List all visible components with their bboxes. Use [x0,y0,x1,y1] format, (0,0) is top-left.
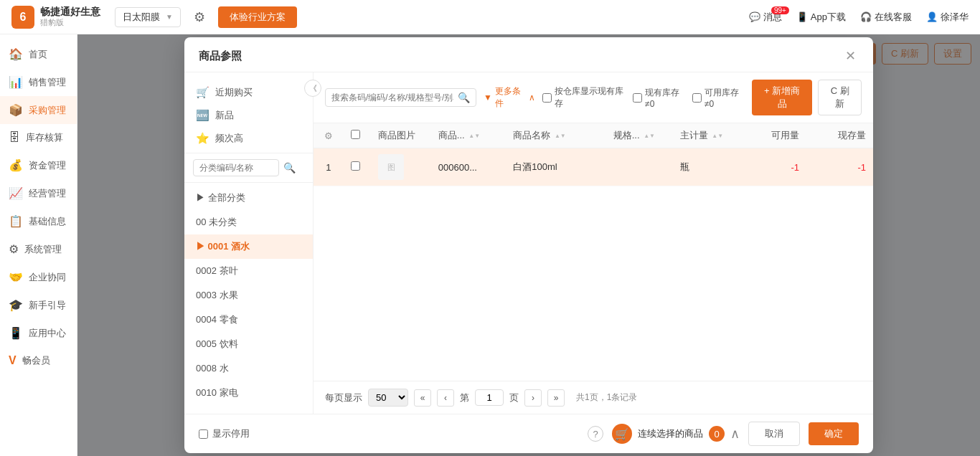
collapse-btn[interactable]: 《 [304,80,321,97]
nav-service[interactable]: 🎧 在线客服 [860,11,912,24]
shortcut-list: 🛒 近期购买 🆕 新品 ⭐ 频次高 [184,78,313,153]
pagination-bar: 每页显示 20 50 100 « ‹ 第 页 › [314,381,873,414]
sidebar-item-home[interactable]: 🏠 首页 [0,40,77,68]
page-first-btn[interactable]: « [414,389,431,407]
table-row[interactable]: 1 图 000600... 白酒100ml 瓶 [314,148,873,186]
product-search-wrap: 🔍 [325,88,476,107]
add-product-btn[interactable]: + 新增商品 [752,80,812,115]
home-icon: 🏠 [9,47,23,61]
th-spec[interactable]: 规格... ▲▼ [606,123,673,148]
th-stock: 现存量 [806,123,873,148]
page-label: 第 [460,391,469,404]
page-input[interactable] [475,389,504,406]
sidebar-item-label: 采购管理 [29,104,66,117]
category-0002[interactable]: 0002 茶叶 [184,259,313,283]
page-last-btn[interactable]: » [547,389,565,407]
category-all[interactable]: ▶ 全部分类 [184,186,313,210]
confirm-btn[interactable]: 确定 [809,422,859,445]
sidebar-item-apps[interactable]: 📱 应用中心 [0,319,77,347]
th-check [344,123,371,148]
product-modal: 商品参照 ✕ 🛒 近期购买 🆕 [184,37,873,453]
filter-collapse-icon: ∧ [529,92,535,103]
sidebar-item-finance[interactable]: 💰 资金管理 [0,151,77,179]
sidebar-item-label: 首页 [29,48,47,61]
category-0008[interactable]: 0008 水 [184,356,313,381]
user-label: 徐泽华 [941,11,969,24]
sidebar-item-sales[interactable]: 📊 销售管理 [0,68,77,96]
sidebar-item-guide[interactable]: 🎓 新手引导 [0,291,77,319]
checkbox-avail-input[interactable] [692,93,702,103]
th-settings[interactable]: ⚙ [314,123,344,148]
checkbox-current-input[interactable] [633,93,642,103]
category-0004[interactable]: 0004 零食 [184,308,313,332]
checkbox-warehouse[interactable]: 按仓库显示现有库存 [542,85,626,110]
new-label: 新品 [215,109,234,122]
category-0003[interactable]: 0003 水果 [184,283,313,308]
sidebar-item-label: 销售管理 [29,76,66,89]
page-prev-btn[interactable]: ‹ [437,389,454,407]
sidebar-item-member[interactable]: V 畅会员 [0,347,77,374]
per-page-select[interactable]: 20 50 100 [368,389,408,407]
page-next-btn[interactable]: › [524,389,542,407]
shortcut-recent-buy[interactable]: 🛒 近期购买 [184,81,313,104]
product-search-input[interactable] [331,92,453,103]
category-search-icon[interactable]: 🔍 [283,162,296,174]
row-checkbox[interactable] [351,161,360,171]
msg-icon: 💬 [749,11,760,22]
gear-icon[interactable]: ⚙ [189,7,209,27]
layout: 🏠 首页 📊 销售管理 📦 采购管理 🗄 库存核算 💰 资金管理 📈 经营管理 … [0,34,980,456]
th-unit[interactable]: 主计量 ▲▼ [673,123,740,148]
shortcut-new[interactable]: 🆕 新品 [184,104,313,127]
cart-collapse-btn[interactable]: ∧ [730,426,740,442]
checkbox-warehouse-input[interactable] [542,93,552,103]
checkbox-current[interactable]: 现有库存≠0 [633,87,685,109]
td-unit: 瓶 [673,148,740,186]
shortcut-frequent[interactable]: ⭐ 频次高 [184,127,313,150]
sidebar-item-system[interactable]: ⚙ 系统管理 [0,235,77,263]
show-disabled-label[interactable]: 显示停用 [199,427,250,440]
corp-icon: 🤝 [9,270,23,284]
modal-close-btn[interactable]: ✕ [842,47,859,65]
headset-icon: 🎧 [860,11,872,22]
filter-label: 更多条件 [495,85,526,110]
td-check[interactable] [344,148,371,186]
category-00[interactable]: 00 未分类 [184,210,313,234]
th-code[interactable]: 商品... ▲▼ [431,123,507,148]
checkbox-avail[interactable]: 可用库存≠0 [692,87,745,109]
cart-icon[interactable]: 🛒 [612,424,632,444]
freq-label: 频次高 [215,132,243,145]
recent-icon: 🛒 [196,86,209,99]
product-search-icon[interactable]: 🔍 [458,92,470,103]
nav-msg[interactable]: 💬 消息 99+ [749,11,782,24]
exp-btn[interactable]: 体验行业方案 [218,6,297,28]
category-0005[interactable]: 0005 饮料 [184,332,313,356]
category-0010-label: 0010 家电 [196,386,238,399]
toolbar: 🔍 ▼ 更多条件 ∧ 按仓库显示现有库存 [314,72,873,123]
category-all-label: ▶ 全部分类 [196,191,245,204]
sidebar-item-inventory[interactable]: 🗄 库存核算 [0,124,77,151]
refresh-btn[interactable]: C 刷新 [818,80,862,115]
nav-app[interactable]: 📱 App下载 [796,11,846,24]
select-all-checkbox[interactable] [351,130,360,139]
category-0005-label: 0005 饮料 [196,338,238,351]
sidebar-item-corp[interactable]: 🤝 企业协同 [0,263,77,291]
th-avail: 可用量 [740,123,806,148]
category-0001[interactable]: ▶ 0001 酒水 [184,234,313,259]
nav-user[interactable]: 👤 徐泽华 [926,11,969,24]
product-table: ⚙ 商品图片 商品... ▲▼ [314,123,873,186]
apps-icon: 📱 [9,326,23,340]
sidebar-item-basic[interactable]: 📋 基础信息 [0,207,77,235]
category-0010[interactable]: 0010 家电 [184,381,313,405]
inventory-icon: 🗄 [9,131,20,144]
sidebar-item-purchase[interactable]: 📦 采购管理 [0,96,77,124]
cancel-btn[interactable]: 取消 [748,422,800,446]
category-search-input[interactable] [193,159,279,176]
sidebar-item-ops[interactable]: 📈 经营管理 [0,179,77,207]
show-disabled-checkbox[interactable] [199,429,208,439]
help-icon[interactable]: ? [588,426,603,442]
nav-selector[interactable]: 日太阳膜 ▼ [115,7,181,27]
th-name[interactable]: 商品名称 ▲▼ [506,123,606,148]
main-content: 查询 C 刷新 设置 商品参照 ✕ 🛒 [77,34,980,456]
filter-btn[interactable]: ▼ 更多条件 ∧ [484,85,535,110]
nav-selector-arrow: ▼ [166,13,173,21]
